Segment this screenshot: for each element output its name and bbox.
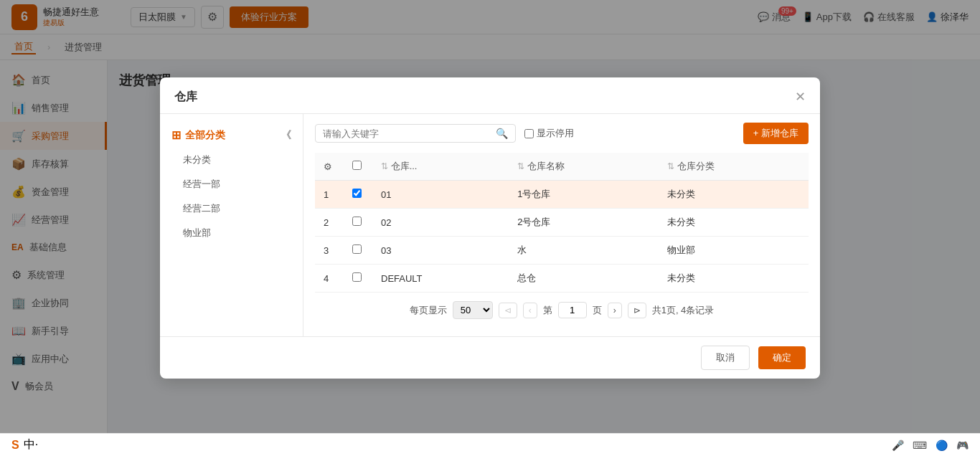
first-page-button[interactable]: ⊲ bbox=[499, 303, 517, 318]
sort-icon-category: ⇅ bbox=[667, 161, 674, 171]
table-row[interactable]: 4 DEFAULT 总仓 未分类 bbox=[315, 265, 809, 293]
confirm-button[interactable]: 确定 bbox=[758, 346, 806, 369]
category-item-2[interactable]: 经营二部 bbox=[160, 196, 303, 221]
bottom-right: 🎤 ⌨ 🔵 🎮 bbox=[892, 440, 969, 451]
s-logo: S bbox=[11, 439, 19, 452]
gamepad-icon[interactable]: 🎮 bbox=[956, 440, 969, 451]
modal-right-panel: 🔍 显示停用 + 新增仓库 ⚙ bbox=[303, 114, 820, 336]
sort-icon-code: ⇅ bbox=[381, 161, 388, 171]
row-num: 2 bbox=[315, 209, 344, 237]
select-all-checkbox[interactable] bbox=[352, 161, 362, 170]
row-num: 1 bbox=[315, 181, 344, 209]
bottom-brand-text: 中· bbox=[24, 437, 38, 452]
th-checkbox bbox=[344, 153, 372, 181]
th-name: ⇅ 仓库名称 bbox=[509, 153, 659, 181]
page-label-before: 第 bbox=[543, 304, 552, 317]
modal-footer: 取消 确定 bbox=[160, 336, 820, 379]
modal-header: 仓库 ✕ bbox=[160, 77, 820, 114]
row-checkbox-cell bbox=[344, 265, 372, 293]
add-warehouse-button[interactable]: + 新增仓库 bbox=[743, 123, 809, 144]
th-category: ⇅ 仓库分类 bbox=[659, 153, 809, 181]
modal-toolbar: 🔍 显示停用 + 新增仓库 bbox=[315, 123, 809, 144]
search-input[interactable] bbox=[323, 128, 496, 139]
row-code: DEFAULT bbox=[372, 265, 509, 293]
last-page-button[interactable]: ⊳ bbox=[628, 303, 646, 318]
per-page-select[interactable]: 50 100 bbox=[453, 301, 493, 319]
row-code: 03 bbox=[372, 237, 509, 265]
bottom-bar: S 中· 🎤 ⌨ 🔵 🎮 bbox=[0, 433, 980, 456]
row-name: 水 bbox=[509, 237, 659, 265]
modal-overlay: 仓库 ✕ ⊞ 全部分类 《 未分类 经营一部 经营二部 物业部 bbox=[0, 0, 980, 456]
row-category: 未分类 bbox=[659, 181, 809, 209]
page-number-input[interactable] bbox=[558, 302, 587, 318]
row-checkbox[interactable] bbox=[352, 189, 362, 198]
search-box: 🔍 bbox=[315, 124, 516, 143]
row-checkbox[interactable] bbox=[352, 217, 362, 226]
per-page-label: 每页显示 bbox=[410, 304, 447, 317]
show-disabled-label[interactable]: 显示停用 bbox=[524, 127, 574, 140]
prev-page-button[interactable]: ‹ bbox=[523, 303, 537, 318]
warehouse-table-wrapper: ⚙ ⇅ 仓库... ⇅ bbox=[315, 153, 809, 293]
sort-icon-name: ⇅ bbox=[517, 161, 524, 171]
row-checkbox[interactable] bbox=[352, 272, 362, 282]
keyboard-icon[interactable]: ⌨ bbox=[913, 440, 927, 451]
row-category: 未分类 bbox=[659, 209, 809, 237]
all-categories-label: 全部分类 bbox=[185, 129, 225, 142]
warehouse-table: ⚙ ⇅ 仓库... ⇅ bbox=[315, 153, 809, 293]
row-name: 2号仓库 bbox=[509, 209, 659, 237]
show-disabled-checkbox[interactable] bbox=[524, 129, 534, 138]
row-name: 总仓 bbox=[509, 265, 659, 293]
row-category: 物业部 bbox=[659, 237, 809, 265]
category-item-1[interactable]: 经营一部 bbox=[160, 172, 303, 196]
modal-body: ⊞ 全部分类 《 未分类 经营一部 经营二部 物业部 🔍 bbox=[160, 114, 820, 336]
table-row[interactable]: 3 03 水 物业部 bbox=[315, 237, 809, 265]
row-name: 1号仓库 bbox=[509, 181, 659, 209]
modal-title: 仓库 bbox=[174, 90, 197, 105]
bottom-left: S 中· bbox=[11, 437, 38, 452]
row-category: 未分类 bbox=[659, 265, 809, 293]
next-page-button[interactable]: › bbox=[608, 303, 622, 318]
row-code: 02 bbox=[372, 209, 509, 237]
table-row[interactable]: 2 02 2号仓库 未分类 bbox=[315, 209, 809, 237]
modal-left-panel: ⊞ 全部分类 《 未分类 经营一部 经营二部 物业部 bbox=[160, 114, 303, 336]
category-item-3[interactable]: 物业部 bbox=[160, 221, 303, 245]
warehouse-modal: 仓库 ✕ ⊞ 全部分类 《 未分类 经营一部 经营二部 物业部 bbox=[160, 77, 820, 379]
row-checkbox-cell bbox=[344, 181, 372, 209]
circle-icon[interactable]: 🔵 bbox=[936, 440, 948, 451]
page-label-after: 页 bbox=[593, 304, 602, 317]
row-checkbox-cell bbox=[344, 237, 372, 265]
row-num: 4 bbox=[315, 265, 344, 293]
row-num: 3 bbox=[315, 237, 344, 265]
th-settings: ⚙ bbox=[315, 153, 344, 181]
row-checkbox-cell bbox=[344, 209, 372, 237]
modal-close-button[interactable]: ✕ bbox=[795, 89, 806, 105]
mic-icon[interactable]: 🎤 bbox=[892, 440, 904, 451]
search-icon: 🔍 bbox=[496, 128, 508, 139]
settings-icon[interactable]: ⚙ bbox=[324, 161, 332, 172]
total-text: 共1页, 4条记录 bbox=[652, 304, 715, 317]
th-code: ⇅ 仓库... bbox=[372, 153, 509, 181]
all-categories-header[interactable]: ⊞ 全部分类 《 bbox=[160, 123, 303, 148]
table-row[interactable]: 1 01 1号仓库 未分类 bbox=[315, 181, 809, 209]
grid-icon: ⊞ bbox=[171, 128, 181, 142]
cancel-button[interactable]: 取消 bbox=[701, 346, 750, 370]
category-item-0[interactable]: 未分类 bbox=[160, 148, 303, 172]
row-checkbox[interactable] bbox=[352, 244, 362, 254]
row-code: 01 bbox=[372, 181, 509, 209]
pagination: 每页显示 50 100 ⊲ ‹ 第 页 › ⊳ 共1页, 4条记录 bbox=[315, 293, 809, 328]
collapse-button[interactable]: 《 bbox=[281, 129, 291, 142]
